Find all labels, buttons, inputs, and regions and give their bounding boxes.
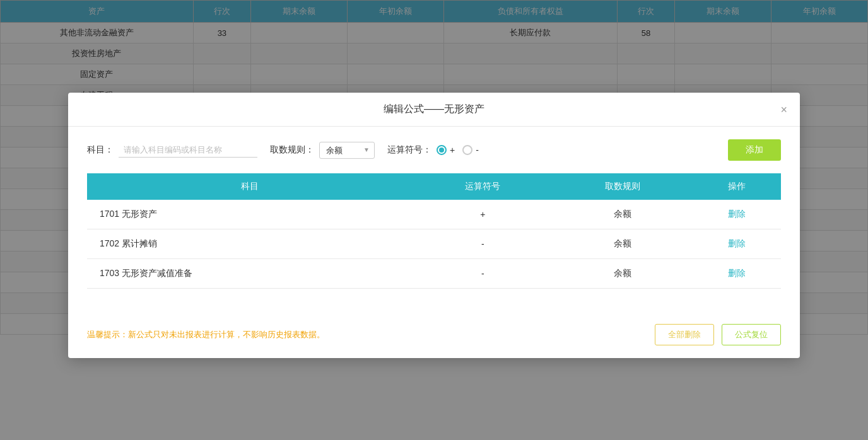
formula-table: 科目运算符号取数规则操作 1701 无形资产+余额删除1702 累计摊销-余额删… [87, 173, 781, 289]
delete-link[interactable]: 删除 [728, 209, 746, 219]
subject-cell: 1703 无形资产减值准备 [87, 258, 413, 288]
delete-link[interactable]: 删除 [728, 238, 746, 248]
radio-checked-icon [437, 145, 447, 155]
subject-cell: 1701 无形资产 [87, 200, 413, 229]
modal-footer: 温馨提示：新公式只对未出报表进行计算，不影响历史报表数据。 全部删除 公式复位 [68, 314, 800, 358]
column-header: 运算符号 [413, 173, 553, 200]
rule-field: 取数规则： 余额借方贷方借方累计贷方累计 ▼ [270, 141, 375, 158]
subject-label: 科目： [87, 144, 114, 156]
operator-field: 运算符号： + - [387, 144, 479, 156]
table-body: 1701 无形资产+余额删除1702 累计摊销-余额删除1703 无形资产减值准… [87, 200, 781, 289]
operator-minus-label: - [476, 145, 479, 155]
subject-cell: 1702 累计摊销 [87, 229, 413, 258]
modal-body: 科目： 取数规则： 余额借方贷方借方累计贷方累计 ▼ 运算符号： + [68, 127, 800, 314]
radio-unchecked-icon [462, 145, 472, 155]
formula-form-row: 科目： 取数规则： 余额借方贷方借方累计贷方累计 ▼ 运算符号： + [87, 139, 781, 161]
table-row: 1702 累计摊销-余额删除 [87, 229, 781, 258]
table-row: 1701 无形资产+余额删除 [87, 200, 781, 229]
reset-formula-button[interactable]: 公式复位 [722, 324, 781, 345]
rule-cell: 余额 [553, 229, 693, 258]
delete-link[interactable]: 删除 [728, 268, 746, 278]
operator-plus-radio[interactable]: + [437, 145, 455, 155]
table-row: 1703 无形资产减值准备-余额删除 [87, 258, 781, 288]
table-header: 科目运算符号取数规则操作 [87, 173, 781, 200]
modal-header: 编辑公式——无形资产 × [68, 93, 800, 127]
rule-select-wrapper: 余额借方贷方借方累计贷方累计 ▼ [319, 141, 375, 158]
rule-label: 取数规则： [270, 144, 314, 156]
operator-radio-group: + - [437, 145, 479, 155]
operator-label: 运算符号： [387, 144, 431, 156]
column-header: 取数规则 [553, 173, 693, 200]
subject-input[interactable] [119, 142, 257, 158]
add-button[interactable]: 添加 [728, 139, 781, 161]
column-header: 科目 [87, 173, 413, 200]
rule-select[interactable]: 余额借方贷方借方累计贷方累计 [319, 141, 375, 158]
footer-hint: 温馨提示：新公式只对未出报表进行计算，不影响历史报表数据。 [87, 329, 325, 340]
operator-minus-radio[interactable]: - [462, 145, 479, 155]
operator-cell: + [413, 200, 553, 229]
modal-title: 编辑公式——无形资产 [384, 103, 484, 116]
rule-cell: 余额 [553, 200, 693, 229]
close-button[interactable]: × [780, 103, 787, 115]
edit-formula-modal: 编辑公式——无形资产 × 科目： 取数规则： 余额借方贷方借方累计贷方累计 ▼ … [68, 93, 800, 358]
footer-buttons: 全部删除 公式复位 [655, 324, 781, 345]
operator-plus-label: + [450, 145, 455, 155]
delete-all-button[interactable]: 全部删除 [655, 324, 714, 345]
operator-cell: - [413, 229, 553, 258]
operator-cell: - [413, 258, 553, 288]
subject-field: 科目： [87, 142, 257, 158]
rule-cell: 余额 [553, 258, 693, 288]
column-header: 操作 [693, 173, 781, 200]
